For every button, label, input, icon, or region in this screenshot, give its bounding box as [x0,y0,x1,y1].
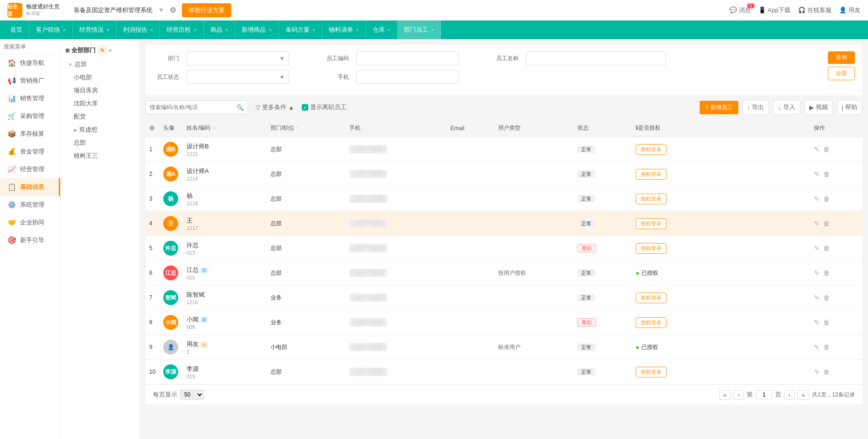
auth-login-button[interactable]: 授权登录 [636,317,667,328]
auth-login-button[interactable]: 授权登录 [636,367,667,377]
edit-button[interactable]: ✎ [814,220,819,227]
gear-button[interactable]: ⚙ [170,6,176,14]
delete-button[interactable]: 🗑 [823,220,830,227]
auth-login-button[interactable]: 授权登录 [636,243,667,254]
delete-button[interactable]: 🗑 [823,244,830,252]
col-settings[interactable]: ⚙ [146,119,160,137]
message-button[interactable]: 💬 消息 5 [729,6,751,14]
show-resign-checkbox[interactable]: ✓ [302,104,308,111]
prev-page-button[interactable]: ‹ [734,390,744,400]
sidebar-item-inventory[interactable]: 📦 库存核算 [0,125,60,143]
dept-node-project[interactable]: 项目库房 [61,84,139,97]
sidebar-item-quicknav[interactable]: 🏠 快捷导航 [0,54,60,72]
dept-node-shenyang[interactable]: 沈阳大库 [61,97,139,110]
col-dept[interactable]: 部门/职位 ↑ [267,119,346,137]
sidebar-item-purchase[interactable]: 🛒 采购管理 [0,107,60,125]
add-employee-button[interactable]: + 新增员工 [700,101,738,114]
sidebar-item-collab[interactable]: 🤝 企业协同 [0,214,60,231]
delete-button[interactable]: 🗑 [823,294,830,301]
next-page-button[interactable]: › [784,390,794,400]
dept-node-zongbu2[interactable]: 总部 [61,136,139,149]
dept-collapse-button[interactable]: « [109,47,112,54]
close-tab-profit[interactable]: × [150,27,153,33]
close-tab-bom[interactable]: × [356,27,359,33]
tab-bom[interactable]: 物料清单× [322,21,366,39]
tab-warehouse[interactable]: 仓库× [366,21,397,39]
page-number-input[interactable] [756,390,772,399]
sidebar-item-basic[interactable]: 📋 基础信息 [0,178,60,196]
close-tab-dept[interactable]: × [431,27,434,33]
tab-add-goods[interactable]: 新增商品× [235,21,278,39]
edit-button[interactable]: ✎ [814,244,819,252]
help-button[interactable]: | 帮助 [837,100,862,115]
edit-button[interactable]: ✎ [814,170,819,178]
tab-barcode[interactable]: 条码方案× [279,21,322,39]
dept-edit-button[interactable]: ✎ [97,46,107,55]
filter-status-select[interactable]: ▼ [187,70,289,84]
try-button[interactable]: 体验行业方案 [182,3,231,17]
edit-button[interactable]: ✎ [814,294,819,301]
show-resign-toggle[interactable]: ✓ 显示离职员工 [302,103,347,111]
user-button[interactable]: 👤 用友 [839,6,861,14]
tab-history[interactable]: 经营历程× [160,21,203,39]
edit-button[interactable]: ✎ [814,343,819,351]
export-button[interactable]: ↑ 导出 [742,100,770,115]
close-tab-warehouse[interactable]: × [388,27,390,33]
close-tab-operation[interactable]: × [106,27,109,33]
tab-dept-staff[interactable]: 部门员工× [397,21,441,39]
query-button[interactable]: 查询 [828,51,855,64]
close-tab-add-goods[interactable]: × [269,27,271,33]
import-button[interactable]: ↓ 导入 [773,100,800,115]
set-button[interactable]: 设置 [828,67,855,80]
edit-button[interactable]: ✎ [814,146,819,153]
sidebar-item-system[interactable]: ⚙️ 系统管理 [0,196,60,214]
tab-goods[interactable]: 商品× [204,21,235,39]
filter-dept-select[interactable]: ▼ [187,51,289,65]
auth-login-button[interactable]: 授权登录 [636,169,667,180]
auth-login-button[interactable]: 授权登录 [636,218,667,229]
delete-button[interactable]: 🗑 [823,343,830,351]
dept-node-shuangxu[interactable]: ▶ 双虚想 [61,123,139,136]
tab-customer[interactable]: 客户联络× [29,21,73,39]
edit-button[interactable]: ✎ [814,319,819,326]
col-phone[interactable]: 手机 ↑ [346,119,447,137]
sidebar-item-sales[interactable]: 📊 销售管理 [0,90,60,107]
last-page-button[interactable]: » [798,390,809,400]
close-tab-goods[interactable]: × [225,27,228,33]
delete-button[interactable]: 🗑 [823,269,830,277]
auth-login-button[interactable]: 授权登录 [636,194,667,204]
tab-operation[interactable]: 经营情况× [73,21,116,39]
tab-home[interactable]: 首页 [4,21,29,39]
dept-node-zhishu[interactable]: 植树王三 [61,149,139,162]
delete-button[interactable]: 🗑 [823,146,830,153]
auth-login-button[interactable]: 授权登录 [636,293,667,303]
first-page-button[interactable]: « [719,390,731,400]
sidebar-item-marketing[interactable]: 📢 营销推广 [0,72,60,90]
app-download-button[interactable]: 📱 App下载 [758,6,791,14]
close-tab-barcode[interactable]: × [312,27,315,33]
delete-button[interactable]: 🗑 [823,170,830,178]
delete-button[interactable]: 🗑 [823,195,830,202]
filter-name-input[interactable] [526,51,666,65]
more-filter-button[interactable]: ▽ 更多条件 ▲ [252,103,298,111]
search-input[interactable] [150,104,234,111]
dept-node-peihuo[interactable]: 配货 [61,110,139,123]
close-tab-history[interactable]: × [194,27,196,33]
filter-phone-input[interactable] [356,70,459,84]
page-size-select[interactable]: 50 20 100 [180,390,204,400]
edit-button[interactable]: ✎ [814,269,819,277]
sidebar-item-mgmt[interactable]: 📈 经营管理 [0,160,60,178]
sidebar-item-finance[interactable]: 💰 资金管理 [0,143,60,160]
sidebar-item-guide[interactable]: 🎯 新手引导 [0,231,60,249]
col-name[interactable]: 姓名/编码 ↑↓ [183,119,267,137]
dept-node-xiaodiandept[interactable]: 小电部 [61,71,139,84]
online-service-button[interactable]: 🎧 在线客服 [798,6,832,14]
tab-profit[interactable]: 利润报告× [117,21,160,39]
view-button[interactable]: ▶ 视频 [804,100,833,115]
auth-login-button[interactable]: 授权登录 [636,144,667,155]
edit-button[interactable]: ✎ [814,195,819,202]
dept-node-zongbu-parent[interactable]: ▼ 总部 [61,58,139,71]
edit-button[interactable]: ✎ [814,368,819,376]
close-tab-customer[interactable]: × [63,27,66,33]
filter-code-input[interactable] [356,51,459,65]
